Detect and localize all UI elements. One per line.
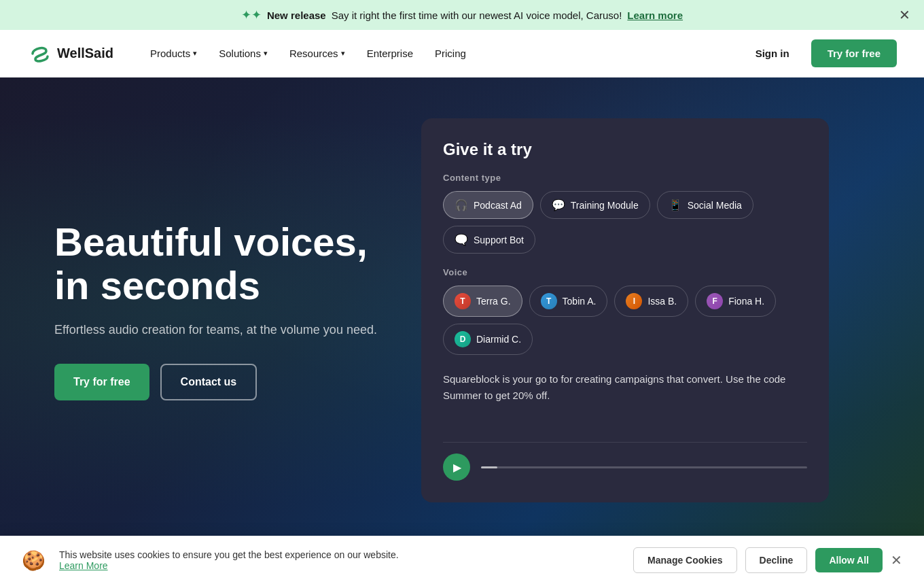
nav-resources[interactable]: Resources ▾ bbox=[280, 42, 355, 65]
sign-in-button[interactable]: Sign in bbox=[745, 42, 800, 65]
voice-btn-issa[interactable]: I Issa B. bbox=[614, 286, 688, 317]
voice-btn-diarmid[interactable]: D Diarmid C. bbox=[443, 324, 533, 355]
learn-more-link[interactable]: Learn more bbox=[627, 10, 683, 21]
cookie-text: This website uses cookies to ensure you … bbox=[59, 549, 620, 571]
solutions-chevron-icon: ▾ bbox=[264, 49, 268, 58]
hero-buttons: Try for free Contact us bbox=[54, 364, 380, 400]
support-icon: 🗨️ bbox=[455, 233, 468, 246]
avatar-fiona: F bbox=[707, 293, 723, 309]
demo-text: Squareblock is your go to for creating c… bbox=[443, 371, 807, 426]
announcement-bar: ✦✦ New release Say it right the first ti… bbox=[0, 0, 924, 30]
logo[interactable]: WellSaid bbox=[27, 41, 113, 66]
hero-contact-button[interactable]: Contact us bbox=[160, 364, 257, 400]
demo-card-title: Give it a try bbox=[443, 140, 807, 159]
nav-enterprise[interactable]: Enterprise bbox=[357, 42, 423, 65]
play-button[interactable]: ▶ bbox=[443, 453, 470, 481]
logo-text: WellSaid bbox=[57, 46, 113, 61]
content-btn-podcast-ad[interactable]: 🎧 Podcast Ad bbox=[443, 191, 533, 219]
content-btn-social-media[interactable]: 📱 Social Media bbox=[657, 191, 753, 219]
hero-left: Beautiful voices, in seconds Effortless … bbox=[54, 220, 380, 400]
training-icon: 💬 bbox=[552, 199, 565, 211]
avatar-issa: I bbox=[626, 293, 642, 309]
voice-btn-tobin[interactable]: T Tobin A. bbox=[529, 286, 608, 317]
decline-cookies-button[interactable]: Decline bbox=[745, 547, 808, 573]
try-free-nav-button[interactable]: Try for free bbox=[811, 39, 897, 67]
podcast-icon: 🎧 bbox=[455, 199, 468, 211]
hero-title: Beautiful voices, in seconds bbox=[54, 220, 380, 307]
play-icon: ▶ bbox=[453, 461, 461, 474]
announcement-text: Say it right the first time with our new… bbox=[332, 10, 622, 21]
avatar-terra: T bbox=[455, 293, 471, 309]
social-icon: 📱 bbox=[669, 199, 682, 211]
announcement-close-button[interactable]: ✕ bbox=[899, 8, 910, 22]
sparkle-icon: ✦✦ bbox=[241, 7, 262, 22]
resources-chevron-icon: ▾ bbox=[341, 49, 345, 58]
nav-pricing[interactable]: Pricing bbox=[425, 42, 476, 65]
nav-actions: Sign in Try for free bbox=[745, 39, 897, 67]
main-nav: WellSaid Products ▾ Solutions ▾ Resource… bbox=[0, 30, 924, 78]
content-btn-training-module[interactable]: 💬 Training Module bbox=[540, 191, 650, 219]
avatar-diarmid: D bbox=[455, 331, 471, 347]
cookie-learn-more-link[interactable]: Learn More bbox=[59, 560, 108, 571]
voice-label: Voice bbox=[443, 267, 807, 277]
content-type-buttons: 🎧 Podcast Ad 💬 Training Module 📱 Social … bbox=[443, 191, 807, 254]
logo-icon bbox=[27, 41, 52, 66]
demo-card: Give it a try Content type 🎧 Podcast Ad … bbox=[421, 118, 829, 502]
nav-products[interactable]: Products ▾ bbox=[141, 42, 207, 65]
audio-player: ▶ bbox=[443, 442, 807, 481]
manage-cookies-button[interactable]: Manage Cookies bbox=[633, 547, 736, 573]
cookie-actions: Manage Cookies Decline Allow All ✕ bbox=[633, 547, 902, 573]
content-type-label: Content type bbox=[443, 173, 807, 183]
avatar-tobin: T bbox=[541, 293, 557, 309]
cookie-close-button[interactable]: ✕ bbox=[891, 552, 902, 568]
voice-btn-fiona[interactable]: F Fiona H. bbox=[695, 286, 776, 317]
products-chevron-icon: ▾ bbox=[193, 49, 197, 58]
hero-section: Beautiful voices, in seconds Effortless … bbox=[0, 78, 924, 543]
voice-btn-terra[interactable]: T Terra G. bbox=[443, 286, 522, 317]
nav-solutions[interactable]: Solutions ▾ bbox=[209, 42, 277, 65]
progress-bar[interactable] bbox=[481, 466, 807, 468]
nav-links: Products ▾ Solutions ▾ Resources ▾ Enter… bbox=[141, 42, 745, 65]
announcement-badge: New release bbox=[267, 10, 326, 21]
content-btn-support-bot[interactable]: 🗨️ Support Bot bbox=[443, 226, 535, 254]
allow-all-cookies-button[interactable]: Allow All bbox=[815, 548, 883, 572]
hero-try-free-button[interactable]: Try for free bbox=[54, 364, 149, 400]
cookie-icon: 🍪 bbox=[22, 549, 46, 572]
hero-subtitle: Effortless audio creation for teams, at … bbox=[54, 321, 380, 339]
cookie-banner: 🍪 This website uses cookies to ensure yo… bbox=[0, 536, 924, 584]
progress-fill bbox=[481, 466, 497, 468]
voice-buttons: T Terra G. T Tobin A. I Issa B. F Fiona … bbox=[443, 286, 807, 355]
